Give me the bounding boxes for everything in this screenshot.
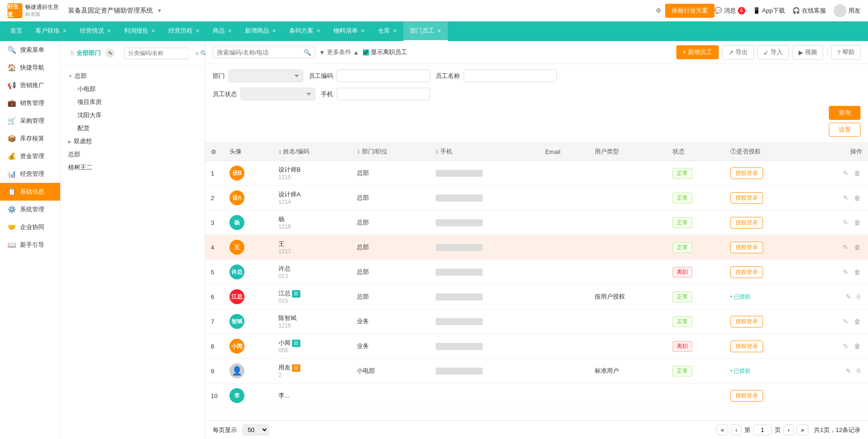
sidebar-item-operation[interactable]: 📊 经营管理: [0, 165, 60, 183]
setting-button[interactable]: 设置: [829, 123, 861, 137]
close-icon[interactable]: ✕: [195, 28, 200, 34]
tab-goods[interactable]: 商品✕: [206, 21, 238, 41]
show-resigned-checkbox[interactable]: 显示离职员工: [363, 48, 407, 56]
delete-button[interactable]: 🗑: [852, 341, 862, 351]
auth-button[interactable]: 授权登录: [730, 242, 763, 253]
close-icon[interactable]: ✕: [437, 28, 441, 34]
dept-node-zongbu[interactable]: ▼ 总部: [64, 70, 201, 83]
tab-barcode[interactable]: 条码方案✕: [283, 21, 327, 41]
message-button[interactable]: 💬 消息 6: [715, 7, 745, 15]
dept-node-shuangni[interactable]: ▶ 双虐想: [64, 135, 201, 148]
close-icon[interactable]: ✕: [361, 28, 365, 34]
dept-node-shenyang[interactable]: 沈阳大库: [74, 109, 201, 122]
sidebar-item-basic[interactable]: 📋 基础信息: [0, 183, 60, 201]
auth-button[interactable]: 授权登录: [730, 167, 763, 179]
sidebar-item-company[interactable]: 🤝 企业协同: [0, 218, 60, 236]
edit-button[interactable]: ✎: [844, 366, 853, 376]
close-icon[interactable]: ✕: [228, 28, 232, 34]
delete-button[interactable]: 🗑: [852, 218, 862, 227]
delete-button[interactable]: 🗑: [852, 267, 862, 277]
dept-node-peihuo[interactable]: 配货: [74, 122, 201, 135]
edit-button[interactable]: ✎: [841, 267, 850, 277]
tab-bom[interactable]: 物料清单✕: [327, 21, 371, 41]
edit-button[interactable]: ✎: [841, 341, 850, 351]
emp-status-select[interactable]: [241, 88, 315, 100]
export-button[interactable]: ↗ 导出: [722, 45, 754, 60]
sidebar-item-system[interactable]: ⚙️ 系统管理: [0, 201, 60, 218]
online-service-button[interactable]: 🎧 在线客服: [792, 7, 826, 15]
col-name[interactable]: ↕ 姓名/编码: [273, 143, 351, 161]
dept-node-xiaodian[interactable]: 小电部: [74, 83, 201, 96]
sidebar-item-quick[interactable]: 🏠 快捷导航: [0, 59, 60, 77]
sidebar-item-sales[interactable]: 💼 销售管理: [0, 94, 60, 112]
delete-button[interactable]: 🗑: [852, 317, 862, 326]
auth-button[interactable]: 授权登录: [730, 192, 763, 204]
app-download-button[interactable]: 📱 App下载: [753, 7, 785, 15]
per-page-select[interactable]: 50 100 200: [243, 425, 269, 435]
first-page-button[interactable]: «: [716, 425, 728, 435]
close-icon[interactable]: ✕: [272, 28, 276, 34]
tab-history[interactable]: 经营历程✕: [162, 21, 206, 41]
auth-button[interactable]: 授权登录: [730, 341, 763, 352]
sidebar-item-marketing[interactable]: 📢 营销推广: [0, 77, 60, 94]
edit-button[interactable]: ✎: [844, 292, 853, 301]
tab-add-goods[interactable]: 新增商品✕: [238, 21, 283, 41]
edit-button[interactable]: ✎: [841, 168, 850, 178]
dropdown-arrow-icon[interactable]: ▼: [157, 7, 162, 14]
copy-button[interactable]: ⎘: [855, 292, 862, 301]
dept-node-zongbu2[interactable]: 总部: [64, 148, 201, 161]
close-icon[interactable]: ✕: [151, 28, 155, 34]
close-icon[interactable]: ✕: [393, 28, 397, 34]
dept-node-zhishu[interactable]: 植树王二: [64, 161, 201, 174]
delete-button[interactable]: 🗑: [852, 168, 862, 178]
close-icon[interactable]: ✕: [316, 28, 320, 34]
close-icon[interactable]: ✕: [62, 28, 67, 34]
resigned-checkbox-input[interactable]: [363, 49, 369, 56]
edit-button[interactable]: ✎: [841, 193, 850, 202]
delete-button[interactable]: 🗑: [852, 193, 862, 202]
phone-input[interactable]: [337, 88, 430, 100]
dept-node-xiangmu[interactable]: 项目库房: [74, 96, 201, 109]
col-phone[interactable]: ↕ 手机: [430, 143, 540, 161]
sidebar-item-inventory[interactable]: 📦 库存核算: [0, 130, 60, 147]
edit-dept-icon[interactable]: ✎: [105, 49, 115, 58]
page-input[interactable]: [753, 425, 772, 435]
collapse-panel-btn[interactable]: «: [195, 49, 199, 57]
tab-operation[interactable]: 经营情况✕: [73, 21, 118, 41]
edit-button[interactable]: ✎: [841, 218, 850, 227]
last-page-button[interactable]: »: [797, 425, 808, 435]
help-button[interactable]: ? 帮助: [831, 45, 861, 60]
edit-button[interactable]: ✎: [841, 317, 850, 326]
gear-button[interactable]: ⚙: [652, 4, 665, 17]
close-icon[interactable]: ✕: [107, 28, 111, 34]
add-employee-button[interactable]: + 新增员工: [676, 45, 719, 59]
search-input[interactable]: [217, 49, 302, 56]
more-filter-button[interactable]: ▼ 更多条件 ▲: [319, 48, 359, 56]
next-page-button[interactable]: ›: [784, 425, 794, 435]
emp-code-input[interactable]: [337, 70, 430, 82]
sidebar-item-guide[interactable]: 📖 新手引导: [0, 236, 60, 254]
tab-department[interactable]: 部门员工✕: [403, 21, 448, 41]
sidebar-item-finance[interactable]: 💰 资金管理: [0, 147, 60, 165]
tab-profit[interactable]: 利润报告✕: [118, 21, 162, 41]
copy-button[interactable]: ⎘: [855, 366, 862, 376]
tab-customer[interactable]: 客户联络✕: [29, 21, 73, 41]
edit-button[interactable]: ✎: [841, 243, 850, 252]
tab-home[interactable]: 首页: [4, 21, 29, 41]
sidebar-item-purchase[interactable]: 🛒 采购管理: [0, 112, 60, 130]
tab-warehouse[interactable]: 仓库✕: [371, 21, 403, 41]
view-button[interactable]: ▶ 视频: [792, 45, 823, 60]
query-button[interactable]: 查询: [829, 106, 861, 120]
sidebar-item-search[interactable]: 🔍 搜索菜单: [0, 41, 60, 59]
dept-search-input[interactable]: [128, 50, 198, 56]
prev-page-button[interactable]: ‹: [731, 425, 741, 435]
auth-button[interactable]: 授权登录: [730, 390, 763, 402]
auth-button[interactable]: 授权登录: [730, 217, 763, 229]
trial-button[interactable]: 体验行业方案: [665, 4, 715, 18]
delete-button[interactable]: 🗑: [852, 243, 862, 252]
all-dept-header[interactable]: ⠿ 全部部门 ✎: [66, 46, 120, 61]
user-menu[interactable]: 用友: [833, 4, 861, 17]
dept-select[interactable]: [229, 70, 303, 82]
import-button[interactable]: ↙ 导入: [757, 45, 789, 60]
col-settings[interactable]: ⚙: [205, 143, 224, 161]
